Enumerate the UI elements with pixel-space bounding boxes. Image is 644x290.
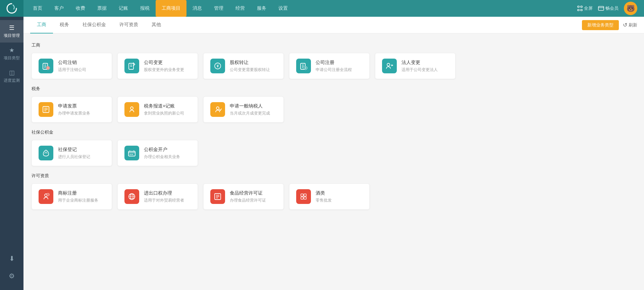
card-text-social-insurance: 社保登记 进行人员社保登记 (58, 147, 90, 160)
tab-other[interactable]: 其他 (145, 17, 168, 33)
card-desc-apply-invoice: 办理申请发票业务 (58, 111, 90, 116)
nav-item-票据[interactable]: 票据 (91, 0, 113, 17)
svg-rect-0 (578, 6, 579, 7)
sidebar-item-label: 进度监测 (4, 78, 20, 83)
nav-items: 首页客户收费票据记账报税工商项目消息管理经营服务设置 (23, 0, 577, 17)
svg-rect-1 (581, 6, 582, 7)
card-desc-legal-person-change: 适用于公司变更法人 (401, 67, 438, 73)
card-legal-person-change[interactable]: 法人变更 适用于公司变更法人 (375, 53, 455, 79)
svg-point-30 (130, 107, 133, 110)
card-name-provident-fund: 公积金开户 (144, 147, 180, 153)
card-company-cancel[interactable]: 公司注销 适用于注销公司 (32, 53, 112, 79)
card-text-import-export: 进出口权办理 适用于对外贸易经营者 (144, 190, 184, 203)
card-icon-apply-invoice (39, 102, 53, 117)
logo-area (0, 0, 23, 17)
nav-item-工商项目[interactable]: 工商项目 (156, 0, 186, 17)
card-name-liquor: 酒类 (316, 190, 332, 196)
project-management-icon: ☰ (9, 24, 14, 31)
card-desc-trademark-register: 用于企业商标注册服务 (58, 198, 98, 203)
svg-point-31 (216, 107, 219, 110)
card-liquor[interactable]: 酒类 零售批发 (289, 184, 370, 210)
section-title-gongshang: 工商 (32, 42, 636, 48)
card-social-insurance[interactable]: 社保登记 进行人员社保登记 (32, 140, 112, 166)
card-provident-fund[interactable]: 公积金开户 办理公积金相关业务 (117, 140, 198, 166)
tab-gongshang[interactable]: 工商 (30, 17, 53, 33)
card-grid-gongshang: 公司注销 适用于注销公司 (32, 53, 636, 79)
nav-item-设置[interactable]: 设置 (272, 0, 294, 17)
nav-item-经营[interactable]: 经营 (229, 0, 251, 17)
card-name-tax-report: 税务报道+记账 (144, 103, 184, 109)
card-import-export[interactable]: 进出口权办理 适用于对外贸易经营者 (117, 184, 198, 210)
nav-item-首页[interactable]: 首页 (27, 0, 48, 17)
card-icon-company-cancel (39, 59, 53, 73)
card-grid-xuke: ™ 商标注册 用于企业商标注册服务 (32, 184, 636, 210)
card-name-company-cancel: 公司注销 (58, 60, 86, 66)
svg-text:¥: ¥ (217, 64, 219, 68)
sidebar-item-progress-monitor[interactable]: ◫ 进度监测 (0, 65, 23, 87)
card-icon-company-change (124, 59, 139, 73)
card-text-general-taxpayer: 申请一般纳税人 当月或次月成变更完成 (230, 103, 270, 116)
section-gongshang: 工商 (32, 42, 636, 79)
card-icon-trademark-register: ™ (39, 189, 53, 204)
card-name-equity-transfer: 股权转让 (230, 60, 270, 66)
nav-item-管理[interactable]: 管理 (208, 0, 229, 17)
svg-point-34 (130, 154, 131, 155)
card-desc-import-export: 适用于对外贸易经营者 (144, 198, 184, 203)
nav-item-服务[interactable]: 服务 (251, 0, 272, 17)
card-text-company-register: 公司注册 申请公司注册全流程 (316, 60, 352, 73)
card-general-taxpayer[interactable]: 申请一般纳税人 当月或次月成变更完成 (203, 96, 284, 123)
card-equity-transfer[interactable]: ¥ 股权转让 公司变更需要股权转让 (203, 53, 284, 79)
card-icon-import-export (124, 189, 139, 204)
card-name-apply-invoice: 申请发票 (58, 103, 90, 109)
card-text-apply-invoice: 申请发票 办理申请发票业务 (58, 103, 90, 116)
tab-shebao[interactable]: 社保公积金 (76, 17, 113, 33)
card-company-change[interactable]: 公司变更 股权变更外的业务变更 (117, 53, 198, 79)
sidebar-item-project-type[interactable]: ★ 项目类型 (0, 43, 23, 65)
scroll-content[interactable]: 工商 (23, 33, 644, 290)
nav-item-消息[interactable]: 消息 (186, 0, 208, 17)
card-tax-report-bookkeeping[interactable]: 税务报道+记账 拿到营业执照的新公司 (117, 96, 198, 123)
card-name-company-change: 公司变更 (144, 60, 184, 66)
card-name-social-insurance: 社保登记 (58, 147, 90, 153)
card-desc-company-register: 申请公司注册全流程 (316, 67, 352, 73)
card-name-trademark-register: 商标注册 (58, 190, 98, 196)
card-text-food-license: 食品经营许可证 办理食品经营许可证 (230, 190, 266, 203)
card-text-liquor: 酒类 零售批发 (316, 190, 332, 203)
card-icon-social-insurance (39, 146, 53, 160)
nav-item-客户[interactable]: 客户 (48, 0, 70, 17)
settings-icon[interactable]: ⚙ (0, 269, 23, 283)
tab-shuiwu[interactable]: 税务 (53, 17, 76, 33)
nav-item-报税[interactable]: 报税 (134, 0, 156, 17)
svg-text:™: ™ (47, 194, 49, 196)
sidebar-bottom: ⬇ ⚙ (0, 251, 23, 290)
sidebar: ☰ 项目管理 ★ 项目类型 ◫ 进度监测 ⬇ ⚙ (0, 17, 23, 290)
sidebar-item-project-management[interactable]: ☰ 项目管理 (0, 20, 23, 43)
card-apply-invoice[interactable]: 申请发票 办理申请发票业务 (32, 96, 112, 123)
svg-rect-2 (578, 9, 579, 11)
card-food-license[interactable]: 食品经营许可证 办理食品经营许可证 (203, 184, 284, 210)
download-icon[interactable]: ⬇ (0, 251, 23, 266)
section-shuiwu: 税务 申请发票 办理申请发票业 (32, 86, 636, 123)
member-btn[interactable]: 畅会员 (598, 5, 619, 11)
card-trademark-register[interactable]: ™ 商标注册 用于企业商标注册服务 (32, 184, 112, 210)
card-desc-tax-report: 拿到营业执照的新公司 (144, 111, 184, 116)
svg-rect-51 (304, 197, 306, 199)
top-navigation: 首页客户收费票据记账报税工商项目消息管理经营服务设置 全屏 畅会员 🐻 (0, 0, 644, 17)
card-company-register[interactable]: 公司注册 申请公司注册全流程 (289, 53, 370, 79)
fullscreen-btn[interactable]: 全屏 (577, 5, 593, 11)
card-text-equity-transfer: 股权转让 公司变更需要股权转让 (230, 60, 270, 73)
nav-item-收费[interactable]: 收费 (70, 0, 91, 17)
card-name-general-taxpayer: 申请一般纳税人 (230, 103, 270, 109)
new-business-type-button[interactable]: 新增业务类型 (582, 20, 619, 30)
card-icon-equity-transfer: ¥ (210, 59, 225, 73)
card-icon-provident-fund (124, 146, 139, 160)
card-icon-company-register (296, 59, 311, 73)
nav-item-记账[interactable]: 记账 (113, 0, 134, 17)
svg-point-25 (387, 63, 390, 66)
tab-xuke[interactable]: 许可资质 (113, 17, 145, 33)
svg-rect-50 (301, 197, 303, 199)
card-grid-shebao: 社保登记 进行人员社保登记 (32, 140, 636, 166)
card-grid-shuiwu: 申请发票 办理申请发票业务 税务报道+记账 (32, 96, 636, 123)
refresh-button[interactable]: ↺ 刷新 (623, 22, 637, 28)
section-title-xuke: 许可资质 (32, 173, 636, 179)
